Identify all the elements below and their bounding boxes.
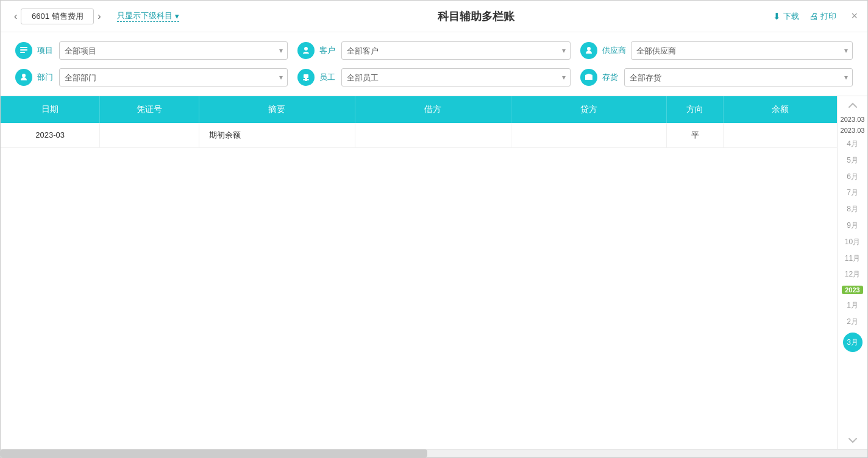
- next-account-btn[interactable]: ›: [94, 10, 104, 23]
- main-content: 日期 凭证号 摘要 借方 贷方 方向 余额 2023-03 期初余额: [1, 96, 867, 449]
- filter-inventory: 存货 全部存货: [575, 64, 858, 91]
- svg-rect-7: [303, 79, 309, 80]
- supplier-select[interactable]: 全部供应商: [631, 41, 853, 60]
- show-sub-label: 只显示下级科目: [117, 10, 173, 21]
- department-select[interactable]: 全部部门: [59, 68, 288, 86]
- employee-select-wrap: 全部员工: [341, 68, 570, 86]
- cell-voucher: [100, 123, 199, 147]
- timeline-active-month[interactable]: 3月: [843, 333, 863, 352]
- inventory-label: 存货: [602, 72, 619, 83]
- employee-select[interactable]: 全部员工: [341, 68, 570, 86]
- table-row: 2023-03 期初余额 平: [1, 123, 837, 147]
- top-bar: ‹ 6601 销售费用 › 只显示下级科目 ▾ 科目辅助多栏账 ⬇ 下载 🖨 打…: [1, 1, 867, 32]
- print-icon: 🖨: [809, 11, 818, 21]
- timeline-month-12[interactable]: 12月: [838, 266, 867, 283]
- svg-point-3: [587, 47, 591, 51]
- timeline-header-2[interactable]: 2023.03: [841, 125, 865, 136]
- employee-icon: [297, 69, 315, 86]
- filter-supplier: 供应商 全部供应商: [575, 37, 858, 64]
- timeline-month-1[interactable]: 1月: [838, 297, 867, 314]
- project-label: 项目: [37, 45, 54, 56]
- svg-rect-1: [20, 49, 27, 51]
- filter-project: 项目 全部项目: [10, 37, 293, 64]
- svg-rect-2: [20, 52, 25, 53]
- cell-credit: [511, 123, 667, 147]
- print-label: 打印: [820, 11, 836, 22]
- col-header-voucher: 凭证号: [100, 96, 199, 123]
- customer-select[interactable]: 全部客户: [341, 41, 570, 60]
- customer-icon: [297, 42, 315, 59]
- action-buttons: ⬇ 下载 🖨 打印 ×: [773, 10, 858, 23]
- col-header-balance: 余额: [724, 96, 837, 123]
- timeline-month-8[interactable]: 8月: [838, 201, 867, 217]
- timeline-month-5[interactable]: 5月: [838, 152, 867, 169]
- horizontal-scrollbar[interactable]: [1, 449, 867, 457]
- col-header-debit: 借方: [355, 96, 511, 123]
- filter-department: 部门 全部部门: [10, 64, 293, 91]
- timeline-month-10[interactable]: 10月: [838, 234, 867, 250]
- project-icon: [15, 42, 32, 59]
- department-label: 部门: [37, 72, 54, 83]
- svg-rect-5: [304, 74, 308, 78]
- customer-select-wrap: 全部客户: [341, 41, 570, 60]
- inventory-icon: [580, 69, 597, 86]
- supplier-icon: [580, 42, 597, 59]
- cell-debit: [355, 123, 511, 147]
- close-button[interactable]: ×: [851, 10, 858, 23]
- timeline-year-badge[interactable]: 2023: [842, 286, 863, 294]
- svg-rect-0: [20, 47, 27, 48]
- inventory-select-wrap: 全部存货: [624, 68, 853, 86]
- filter-employee: 员工 全部员工: [293, 64, 575, 91]
- account-code-box: 6601 销售费用: [21, 9, 94, 24]
- cell-date: 2023-03: [1, 123, 100, 147]
- download-button[interactable]: ⬇ 下载: [773, 11, 799, 22]
- sidebar-timeline: 2023.03 2023.03 4月 5月 6月 7月 8月 9月 10月 11…: [837, 96, 867, 449]
- col-header-credit: 贷方: [511, 96, 667, 123]
- print-button[interactable]: 🖨 打印: [809, 11, 836, 22]
- filter-area: 项目 全部项目 客户 全部客户 供应商: [1, 32, 867, 96]
- timeline-month-4[interactable]: 4月: [838, 136, 867, 152]
- cell-balance: [724, 123, 837, 147]
- timeline-up-btn[interactable]: [838, 96, 867, 114]
- department-icon: [15, 69, 32, 86]
- svg-rect-8: [588, 77, 590, 79]
- download-label: 下载: [783, 11, 799, 22]
- col-header-direction: 方向: [667, 96, 724, 123]
- col-header-date: 日期: [1, 96, 100, 123]
- department-select-wrap: 全部部门: [59, 68, 288, 86]
- supplier-select-wrap: 全部供应商: [631, 41, 853, 60]
- timeline-month-6[interactable]: 6月: [838, 169, 867, 185]
- supplier-label: 供应商: [602, 45, 626, 56]
- project-select-wrap: 全部项目: [59, 41, 288, 60]
- project-select[interactable]: 全部项目: [59, 41, 288, 60]
- download-icon: ⬇: [773, 11, 781, 22]
- inventory-select[interactable]: 全部存货: [624, 68, 853, 86]
- cell-direction: 平: [667, 123, 724, 147]
- col-header-summary: 摘要: [199, 96, 355, 123]
- main-window: ‹ 6601 销售费用 › 只显示下级科目 ▾ 科目辅助多栏账 ⬇ 下载 🖨 打…: [0, 0, 868, 458]
- show-sub-account-link[interactable]: 只显示下级科目 ▾: [117, 10, 179, 22]
- timeline-month-11[interactable]: 11月: [838, 250, 867, 267]
- filter-customer: 客户 全部客户: [293, 37, 575, 64]
- timeline-header-1[interactable]: 2023.03: [841, 114, 865, 125]
- prev-account-btn[interactable]: ‹: [10, 10, 21, 23]
- employee-label: 员工: [319, 72, 336, 83]
- data-table: 日期 凭证号 摘要 借方 贷方 方向 余额 2023-03 期初余额: [1, 96, 837, 148]
- svg-point-4: [22, 74, 26, 77]
- timeline-month-7[interactable]: 7月: [838, 185, 867, 201]
- customer-label: 客户: [319, 45, 336, 56]
- cell-summary: 期初余额: [199, 123, 355, 147]
- page-title: 科目辅助多栏账: [179, 9, 774, 24]
- timeline-down-btn[interactable]: [838, 431, 867, 449]
- timeline-month-2[interactable]: 2月: [838, 314, 867, 330]
- dropdown-arrow-icon: ▾: [175, 12, 179, 21]
- timeline-month-9[interactable]: 9月: [838, 217, 867, 234]
- table-area[interactable]: 日期 凭证号 摘要 借方 贷方 方向 余额 2023-03 期初余额: [1, 96, 837, 449]
